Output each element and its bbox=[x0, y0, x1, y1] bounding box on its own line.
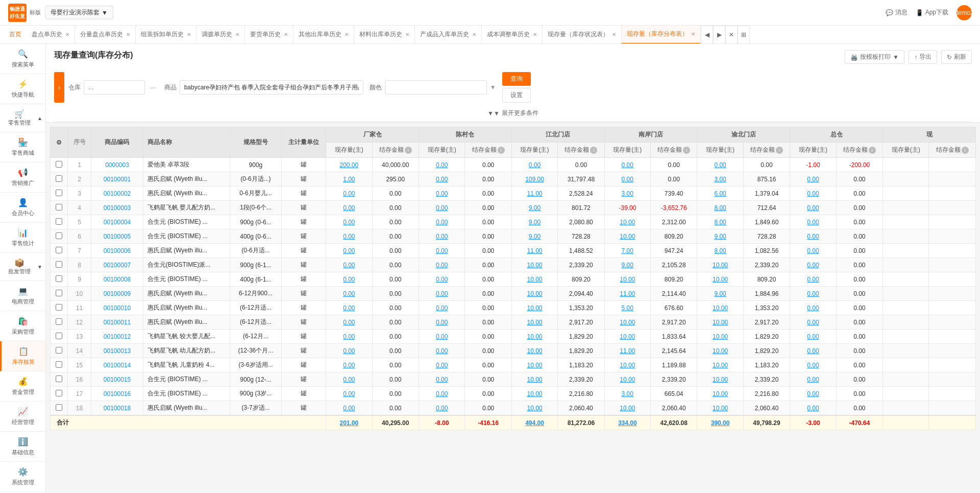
cell-check[interactable] bbox=[51, 372, 68, 387]
cell-jb-qty[interactable]: 10.00 bbox=[511, 258, 557, 272]
refresh-btn[interactable]: ↻ 刷新 bbox=[941, 50, 972, 64]
sidebar-item-retail-mgmt[interactable]: 🛒 零售管理 ▲ bbox=[0, 104, 45, 132]
cell-na-qty[interactable]: 11.00 bbox=[604, 287, 650, 301]
cell-na-qty[interactable]: 10.00 bbox=[604, 215, 650, 229]
cell-t-qty[interactable]: 0.00 bbox=[790, 201, 836, 215]
cell-t-qty[interactable]: 0.00 bbox=[790, 330, 836, 344]
cell-yb-qty[interactable]: 10.00 bbox=[697, 387, 743, 401]
cell-f-qty[interactable]: 0.00 bbox=[326, 272, 372, 287]
cell-na-qty[interactable]: 10.00 bbox=[604, 315, 650, 330]
cell-t-qty[interactable]: 0.00 bbox=[790, 172, 836, 186]
tab-next[interactable]: ▶ bbox=[713, 26, 725, 44]
cell-jb-qty[interactable]: 10.00 bbox=[511, 387, 557, 401]
sidebar-item-finance[interactable]: 💰 资金管理 bbox=[0, 371, 45, 402]
cell-na-qty[interactable]: 10.00 bbox=[604, 330, 650, 344]
cell-jb-qty[interactable]: 9.00 bbox=[511, 201, 557, 215]
cell-yb-qty[interactable]: 10.00 bbox=[697, 372, 743, 387]
cell-t-qty[interactable]: 0.00 bbox=[790, 401, 836, 416]
cell-f-qty[interactable]: 0.00 bbox=[326, 330, 372, 344]
cell-cl-qty[interactable]: 0.00 bbox=[419, 330, 465, 344]
cell-t-qty[interactable]: 0.00 bbox=[790, 315, 836, 330]
cell-f-qty[interactable]: 0.00 bbox=[326, 301, 372, 315]
cell-jb-qty[interactable]: 109.00 bbox=[511, 172, 557, 186]
query-btn[interactable]: 查询 bbox=[502, 72, 531, 86]
cell-cl-qty[interactable]: 0.00 bbox=[419, 358, 465, 372]
cell-cl-qty[interactable]: 0.00 bbox=[419, 215, 465, 229]
tab-xiancu-status[interactable]: 现存量（库存状况表） ✕ bbox=[543, 26, 622, 44]
cell-cl-qty[interactable]: 0.00 bbox=[419, 258, 465, 272]
tab-yaohuo[interactable]: 要货单历史 ✕ bbox=[245, 26, 293, 44]
cell-check[interactable] bbox=[51, 201, 68, 215]
cell-yb-qty[interactable]: 8.00 bbox=[697, 215, 743, 229]
close-icon[interactable]: ✕ bbox=[65, 32, 69, 37]
cell-f-qty[interactable]: 0.00 bbox=[326, 401, 372, 416]
sidebar-item-wholesale[interactable]: 📦 批发管理 ▼ bbox=[0, 253, 45, 281]
close-icon[interactable]: ✕ bbox=[284, 32, 288, 37]
sidebar-item-inventory[interactable]: 📋 库存核算 bbox=[0, 341, 45, 371]
cell-na-qty[interactable]: 5.00 bbox=[604, 301, 650, 315]
cell-cl-qty[interactable]: 0.00 bbox=[419, 287, 465, 301]
cell-check[interactable] bbox=[51, 330, 68, 344]
tab-qita[interactable]: 其他出库单历史 ✕ bbox=[293, 26, 354, 44]
info-icon[interactable]: i bbox=[405, 147, 412, 154]
close-icon[interactable]: ✕ bbox=[691, 31, 695, 37]
cell-f-qty[interactable]: 0.00 bbox=[326, 387, 372, 401]
company-selector[interactable]: 母婴行业演示陈套 ▼ bbox=[45, 6, 113, 19]
cell-yb-qty[interactable]: 9.00 bbox=[697, 287, 743, 301]
cell-f-qty[interactable]: 0.00 bbox=[326, 287, 372, 301]
tab-home[interactable]: 首页 bbox=[4, 26, 27, 44]
cell-na-qty[interactable]: 7.00 bbox=[604, 244, 650, 258]
cell-jb-qty[interactable]: 10.00 bbox=[511, 344, 557, 358]
cell-jb-qty[interactable]: 9.00 bbox=[511, 215, 557, 229]
setting-btn[interactable]: 设置 bbox=[502, 88, 531, 103]
cell-cl-qty[interactable]: 0.00 bbox=[419, 315, 465, 330]
cell-jb-qty[interactable]: 10.00 bbox=[511, 330, 557, 344]
cell-f-qty[interactable]: 0.00 bbox=[326, 215, 372, 229]
sidebar-item-marketing[interactable]: 📢 营销推广 bbox=[0, 162, 45, 193]
cell-yb-qty[interactable]: 10.00 bbox=[697, 358, 743, 372]
tab-close-all[interactable]: ✕ bbox=[725, 26, 738, 44]
cell-t-qty[interactable]: 0.00 bbox=[790, 387, 836, 401]
cell-na-qty[interactable]: 10.00 bbox=[604, 229, 650, 244]
cell-check[interactable] bbox=[51, 272, 68, 287]
tab-zuhe[interactable]: 组装拆卸单历史 ✕ bbox=[136, 26, 197, 44]
cell-check[interactable] bbox=[51, 387, 68, 401]
cell-t-qty[interactable]: 0.00 bbox=[790, 272, 836, 287]
tab-chengben[interactable]: 成本调整单历史 ✕ bbox=[482, 26, 543, 44]
cell-cl-qty[interactable]: 0.00 bbox=[419, 344, 465, 358]
tab-diaob[interactable]: 调拨单历史 ✕ bbox=[197, 26, 245, 44]
cell-yb-qty[interactable]: 10.00 bbox=[697, 272, 743, 287]
cell-check[interactable] bbox=[51, 215, 68, 229]
message-btn[interactable]: 💬 消息 bbox=[886, 8, 908, 17]
cell-check[interactable] bbox=[51, 186, 68, 201]
cell-t-qty[interactable]: 0.00 bbox=[790, 258, 836, 272]
cell-yb-qty[interactable]: 9.00 bbox=[697, 229, 743, 244]
info-icon[interactable]: i bbox=[962, 147, 969, 154]
close-icon[interactable]: ✕ bbox=[187, 32, 191, 37]
cell-check[interactable] bbox=[51, 287, 68, 301]
close-icon[interactable]: ✕ bbox=[405, 32, 409, 37]
cell-jb-qty[interactable]: 10.00 bbox=[511, 272, 557, 287]
cell-f-qty[interactable]: 200.00 bbox=[326, 158, 372, 172]
user-info[interactable]: demo2 bbox=[957, 5, 972, 20]
info-icon[interactable]: i bbox=[590, 147, 597, 154]
close-icon[interactable]: ✕ bbox=[472, 32, 476, 37]
cell-f-qty[interactable]: 0.00 bbox=[326, 229, 372, 244]
cell-t-qty[interactable]: -1.00 bbox=[790, 158, 836, 172]
cell-jb-qty[interactable]: 10.00 bbox=[511, 315, 557, 330]
cell-t-qty[interactable]: 0.00 bbox=[790, 372, 836, 387]
cell-cl-qty[interactable]: 0.00 bbox=[419, 172, 465, 186]
cell-f-qty[interactable]: 0.00 bbox=[326, 201, 372, 215]
sidebar-item-basic[interactable]: ℹ️ 基础信息 bbox=[0, 432, 45, 462]
cell-cl-qty[interactable]: 0.00 bbox=[419, 186, 465, 201]
sidebar-item-member[interactable]: 👤 会员中心 bbox=[0, 193, 45, 223]
cell-check[interactable] bbox=[51, 244, 68, 258]
tab-cailiao[interactable]: 材料出库单历史 ✕ bbox=[354, 26, 415, 44]
cell-t-qty[interactable]: 0.00 bbox=[790, 229, 836, 244]
info-icon[interactable]: i bbox=[869, 147, 876, 154]
cell-cl-qty[interactable]: 0.00 bbox=[419, 272, 465, 287]
cell-na-qty[interactable]: 10.00 bbox=[604, 401, 650, 416]
cell-cl-qty[interactable]: 0.00 bbox=[419, 229, 465, 244]
cell-na-qty[interactable]: 3.00 bbox=[604, 387, 650, 401]
cell-na-qty[interactable]: 10.00 bbox=[604, 272, 650, 287]
